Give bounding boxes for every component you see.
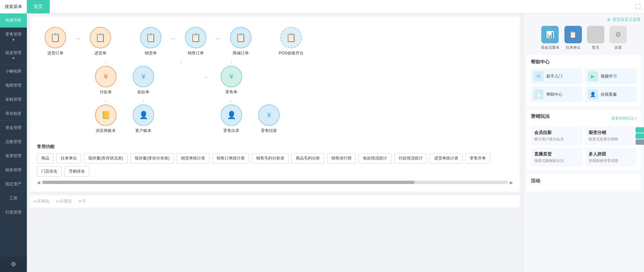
expand-icon[interactable]: ⛶ bbox=[635, 4, 641, 10]
marketing-item-0[interactable]: 会员拉新 吸引用户成为会员 bbox=[531, 126, 583, 145]
marketing-item-1[interactable]: 裂变分销 裂变式发展分销商 bbox=[585, 126, 637, 145]
sidebar-item-11[interactable]: 固定资产 bbox=[0, 177, 27, 191]
node-retail-settle[interactable]: ¥ 零售结算 bbox=[250, 104, 287, 134]
node-payment-circle: ¥ bbox=[95, 66, 117, 87]
quick-icon-3[interactable]: ⚙ 设置 bbox=[609, 26, 627, 50]
node-retail-outbound[interactable]: 👤 零售出库 bbox=[213, 104, 250, 134]
node-customer-ledger[interactable]: 👤 客户账本 bbox=[125, 104, 162, 134]
quick-icon-label-3: 设置 bbox=[614, 45, 622, 50]
sidebar-item-9[interactable]: 发票管理 bbox=[0, 149, 27, 163]
search-menu-button[interactable]: 搜索菜单 bbox=[0, 0, 27, 13]
sidebar-item-3[interactable]: 小畅电商 bbox=[0, 64, 27, 79]
node-retail-settle-label: 零售结算 bbox=[261, 128, 277, 134]
float-btn-1[interactable]: 服务社区 bbox=[636, 133, 644, 139]
sidebar-item-label-7: 资金管理 bbox=[5, 125, 21, 131]
help-icon-0: ✉ bbox=[534, 71, 544, 81]
sidebar-item-1[interactable]: 零售管理▼ bbox=[0, 28, 27, 46]
sidebar-item-7[interactable]: 资金管理 bbox=[0, 121, 27, 135]
func-btn-7[interactable]: 商品毛利分析 bbox=[291, 153, 324, 164]
quick-icon-2[interactable]: 暂无 bbox=[587, 26, 604, 50]
scroll-right-arrow[interactable]: ▶ bbox=[510, 180, 513, 185]
func-btn-12[interactable]: 零售开单 bbox=[465, 153, 490, 164]
node-mall-order[interactable]: 📋 商城订单 bbox=[222, 27, 259, 56]
node-customer-ledger-label: 客户账本 bbox=[135, 128, 151, 134]
help-grid: ✉ 新手入门▶ 视频学习📄 帮助中心👤 在线客服 bbox=[531, 69, 637, 102]
marketing-item-title-0: 会员拉新 bbox=[534, 130, 579, 136]
func-btn-13[interactable]: 门店排名 bbox=[37, 166, 62, 177]
quick-icon-label-1: 往来单位 bbox=[566, 45, 581, 50]
node-purchase[interactable]: 📋 进货单 bbox=[82, 27, 119, 56]
help-item-1[interactable]: ▶ 视频学习 bbox=[585, 69, 637, 84]
marketing-item-desc-3: 拼团购物享受优惠 bbox=[589, 158, 634, 163]
node-mall-order-label: 商城订单 bbox=[233, 50, 249, 56]
quick-icon-1[interactable]: 📋 往来单位 bbox=[564, 26, 582, 50]
sidebar-item-label-0: 快捷导航 bbox=[5, 17, 21, 23]
float-btn-2[interactable]: 桌面快捷 bbox=[636, 139, 644, 145]
node-payment[interactable]: ¥ 付款单 bbox=[87, 66, 124, 95]
customize-label[interactable]: 首页自定义设置 bbox=[612, 17, 641, 22]
sidebar-item-10[interactable]: 税务管理 bbox=[0, 163, 27, 177]
sidebar-arrow-2: ▼ bbox=[12, 56, 15, 60]
sidebar-item-5[interactable]: 采购管理 bbox=[0, 93, 27, 107]
customize-gear-icon: ⚙ bbox=[607, 17, 611, 22]
node-retail[interactable]: ¥ 零售单 bbox=[213, 66, 250, 95]
scroll-left-arrow[interactable]: ◀ bbox=[37, 180, 40, 185]
sidebar-item-label-6: 库存核算 bbox=[5, 111, 21, 117]
help-item-3[interactable]: 👤 在线客服 bbox=[585, 87, 637, 102]
node-receipt-circle: ¥ bbox=[133, 66, 154, 87]
node-sale-order[interactable]: 📋 销售订单 bbox=[177, 27, 214, 56]
sidebar-item-0[interactable]: 快捷导航 bbox=[0, 13, 27, 28]
tab-home[interactable]: 首页 bbox=[27, 0, 50, 13]
float-buttons: 客服热线服务社区桌面快捷 bbox=[636, 127, 644, 145]
func-btn-6[interactable]: 销售毛利分析表 bbox=[252, 153, 289, 164]
sidebar-item-8[interactable]: 总账管理 bbox=[0, 135, 27, 149]
marketing-item-2[interactable]: 直播卖货 场景式购物新玩法 bbox=[531, 148, 583, 167]
func-btn-11[interactable]: 进货单统计表 bbox=[430, 153, 463, 164]
scroll-thumb bbox=[42, 181, 415, 184]
func-btn-10[interactable]: 付款情况统计 bbox=[394, 153, 427, 164]
marketing-item-3[interactable]: 多人拼团 拼团购物享受优惠 bbox=[585, 148, 637, 167]
main-panel: 📋 进货订单 → 📋 进货单 bbox=[27, 13, 523, 272]
sidebar-item-4[interactable]: 电商管理 bbox=[0, 79, 27, 93]
node-purchase-order[interactable]: 📋 进货订单 bbox=[37, 27, 74, 56]
node-supplier-ledger[interactable]: 📒 供应商账本 bbox=[87, 104, 124, 134]
more-marketing-link[interactable]: 更多营销玩法 > bbox=[611, 116, 637, 121]
sidebar-item-2[interactable]: 批发管理▼ bbox=[0, 46, 27, 64]
func-btn-2[interactable]: 现存量(库存状况表) bbox=[84, 153, 128, 164]
help-label-1: 视频学习 bbox=[601, 74, 617, 79]
scroll-track[interactable] bbox=[42, 181, 508, 184]
sidebar-item-label-4: 电商管理 bbox=[5, 83, 21, 88]
func-grid: 商品往来单位现存量(库存状况表)现存量(库存分布表)销货单统计表销售订单统计表销… bbox=[37, 153, 513, 177]
stat-label-1: ∞ 0.00元 bbox=[34, 198, 49, 204]
sidebar-item-label-2: 批发管理 bbox=[5, 50, 21, 56]
func-btn-9[interactable]: 收款情况统计 bbox=[359, 153, 392, 164]
quick-icon-label-2: 暂无 bbox=[592, 45, 599, 50]
func-btn-0[interactable]: 商品 bbox=[37, 153, 54, 164]
sidebar-item-12[interactable]: 工资 bbox=[0, 191, 27, 206]
marketing-item-title-2: 直播卖货 bbox=[534, 151, 579, 157]
sidebar-settings-icon[interactable]: ⚙ bbox=[0, 257, 27, 272]
quick-icon-box-0: 📊 bbox=[541, 26, 559, 43]
sidebar-item-6[interactable]: 库存核算 bbox=[0, 107, 27, 121]
node-receipt[interactable]: ¥ 收款单 bbox=[125, 66, 162, 95]
node-purchase-order-circle: 📋 bbox=[45, 27, 66, 48]
help-item-2[interactable]: 📄 帮助中心 bbox=[531, 87, 583, 102]
float-btn-0[interactable]: 客服热线 bbox=[636, 127, 644, 133]
marketing-item-desc-0: 吸引用户成为会员 bbox=[534, 137, 579, 142]
marketing-item-desc-2: 场景式购物新玩法 bbox=[534, 158, 579, 163]
node-customer-ledger-circle: 👤 bbox=[133, 104, 154, 126]
node-pos[interactable]: 📋 POS收银开台 bbox=[273, 27, 310, 56]
help-item-0[interactable]: ✉ 新手入门 bbox=[531, 69, 583, 84]
sidebar-item-13[interactable]: 行政管理 bbox=[0, 206, 27, 220]
func-btn-1[interactable]: 往来单位 bbox=[56, 153, 81, 164]
content-area: 📋 进货订单 → 📋 进货单 bbox=[27, 13, 644, 272]
quick-icon-box-3: ⚙ bbox=[609, 26, 627, 43]
func-btn-5[interactable]: 销售订单统计表 bbox=[212, 153, 249, 164]
func-btn-14[interactable]: 导购排名 bbox=[64, 166, 89, 177]
func-btn-3[interactable]: 现存量(库存分布表) bbox=[130, 153, 174, 164]
func-btn-8[interactable]: 销售排行榜 bbox=[327, 153, 356, 164]
activity-section: 活动 bbox=[527, 174, 641, 191]
func-btn-4[interactable]: 销货单统计表 bbox=[177, 153, 210, 164]
quick-icon-0[interactable]: 📊 现金流量表 bbox=[541, 26, 559, 50]
node-sale[interactable]: 📋 销货单 bbox=[132, 27, 169, 56]
